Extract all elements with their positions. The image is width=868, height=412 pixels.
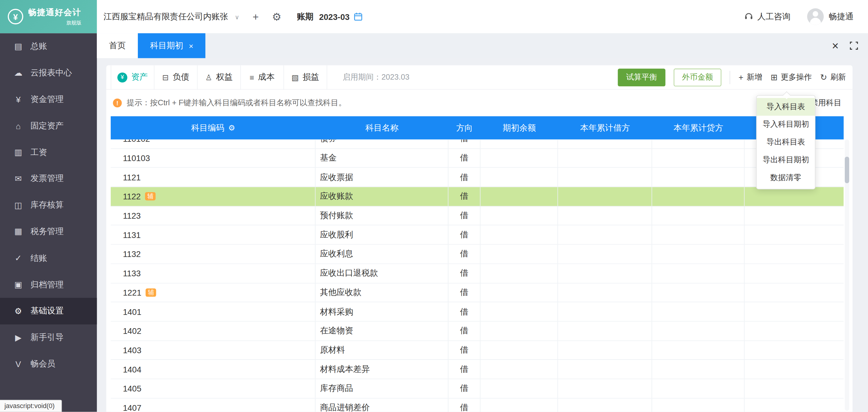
sidebar-item[interactable]: ▶ 新手引导 [0, 324, 97, 351]
table-row[interactable]: 1404 材料成本差异 借 [111, 360, 843, 379]
sidebar-item[interactable]: ◫ 库存核算 [0, 192, 97, 219]
sidebar-item[interactable]: ☁ 云报表中心 [0, 60, 97, 86]
direction-cell: 借 [448, 245, 480, 264]
opening-balance-cell [480, 206, 558, 225]
refresh-icon: ↻ [820, 73, 827, 82]
subject-name: 原材料 [315, 341, 448, 359]
table-row[interactable]: 1407 商品进销差价 借 [111, 399, 843, 412]
sidebar-item-label: 总账 [30, 41, 47, 52]
subject-code: 1221 [123, 288, 141, 297]
sidebar-item[interactable]: V 畅会员 [0, 351, 97, 377]
foreign-currency-button[interactable]: 外币金额 [674, 68, 721, 86]
category-label: 权益 [216, 72, 232, 83]
avatar[interactable] [807, 8, 824, 25]
subject-code: 1131 [123, 230, 141, 240]
ytd-credit-cell [652, 399, 745, 412]
opening-balance-cell [480, 264, 558, 283]
direction-cell: 借 [448, 168, 480, 187]
sidebar-item[interactable]: ▤ 总账 [0, 33, 97, 60]
category-tab[interactable]: ⊟ 负债 [154, 65, 197, 90]
tab-subject-initial[interactable]: 科目期初 × [138, 33, 206, 58]
subject-name: 应收账款 [315, 187, 448, 206]
direction-cell: 借 [448, 149, 480, 167]
scrollbar-thumb[interactable] [845, 157, 849, 183]
sidebar-item[interactable]: ▥ 工资 [0, 139, 97, 166]
company-selector[interactable]: 江西服宝精品有限责任公司内账张 ∨ [103, 11, 239, 22]
funds-icon: ¥ [13, 95, 23, 104]
ytd-credit-cell [652, 206, 745, 225]
trial-balance-button[interactable]: 试算平衡 [618, 68, 665, 86]
sidebar-item[interactable]: ⌂ 固定资产 [0, 113, 97, 139]
table-row[interactable]: 1221 辅 其他应收款 借 [111, 283, 843, 303]
table-row[interactable]: 1131 应收股利 借 [111, 226, 843, 245]
fixed-assets-icon: ⌂ [13, 121, 23, 131]
category-tab[interactable]: ▧ 损益 [284, 65, 327, 90]
tab-home[interactable]: 首页 [97, 33, 138, 58]
refresh-button[interactable]: ↻ 刷新 [820, 72, 846, 82]
ytd-debit-cell [558, 303, 652, 321]
sidebar-item[interactable]: ⚙ 基础设置 [0, 298, 97, 324]
opening-balance-cell [480, 341, 558, 359]
sidebar-item[interactable]: ▦ 税务管理 [0, 218, 97, 245]
dropdown-item[interactable]: 导出科目表 [757, 133, 815, 151]
direction-cell: 借 [448, 303, 480, 321]
add-account-set-button[interactable]: + [252, 11, 258, 22]
equity-icon: ♙ [205, 73, 212, 81]
close-all-tabs-icon[interactable]: × [832, 40, 839, 52]
table-row[interactable]: 1123 预付账款 借 [111, 206, 843, 226]
table-row[interactable]: 1133 应收出口退税款 借 [111, 264, 843, 283]
subject-code: 1132 [123, 249, 141, 259]
subject-code: 1122 [123, 192, 141, 201]
direction-cell: 借 [448, 360, 480, 379]
add-new-button[interactable]: + 新增 [739, 72, 762, 82]
category-tab[interactable]: ♙ 权益 [197, 65, 241, 90]
subject-name: 预付账款 [315, 206, 448, 225]
table-row[interactable]: 1402 在途物资 借 [111, 321, 843, 341]
table-row[interactable]: 1405 库存商品 借 [111, 379, 843, 399]
sidebar-item[interactable]: ¥ 资金管理 [0, 86, 97, 113]
ytd-credit-cell [652, 379, 745, 398]
period-selector[interactable]: 2023-03 [319, 12, 349, 21]
table-row[interactable]: 1132 应收利息 借 [111, 245, 843, 264]
settings-gear-icon[interactable]: ⚙ [272, 11, 281, 22]
support-link[interactable]: 人工咨询 [744, 11, 790, 22]
table-row[interactable]: 110102 债券 借 [111, 140, 843, 149]
ytd-debit-cell [558, 264, 652, 283]
dropdown-item[interactable]: 导出科目期初 [757, 151, 815, 169]
company-name: 江西服宝精品有限责任公司内账张 [103, 11, 228, 21]
subject-name: 应收股利 [315, 226, 448, 244]
sidebar-item[interactable]: ✉ 发票管理 [0, 166, 97, 192]
table-row[interactable]: 1403 原材料 借 [111, 341, 843, 360]
subject-code: 1123 [123, 211, 141, 220]
category-label: 成本 [258, 72, 275, 83]
dropdown-item[interactable]: 数据清零 [757, 169, 815, 187]
category-tab[interactable]: ¥ 资产 [111, 65, 154, 90]
sidebar-nav: ▤ 总账 ☁ 云报表中心 ¥ 资金管理 ⌂ 固定资产 [0, 33, 97, 377]
divider [730, 71, 730, 84]
category-tab[interactable]: ≡ 成本 [241, 65, 284, 90]
subject-code: 1404 [123, 365, 141, 374]
payroll-icon: ▥ [13, 147, 23, 157]
tab-close-icon[interactable]: × [189, 41, 193, 50]
filler-cell [745, 226, 844, 244]
user-name[interactable]: 畅捷通 [829, 11, 854, 22]
fullscreen-icon[interactable] [849, 42, 858, 50]
ytd-credit-cell [652, 187, 745, 206]
subject-code: 1405 [123, 384, 141, 393]
table-row[interactable]: 1401 材料采购 借 [111, 303, 843, 322]
sidebar-item[interactable]: ✓ 结账 [0, 245, 97, 272]
table-row[interactable]: 1121 应收票据 借 [111, 168, 843, 187]
subject-name: 应收票据 [315, 168, 448, 187]
table-row[interactable]: 1122 辅 应收账款 借 [111, 187, 843, 207]
subject-name: 应收出口退税款 [315, 264, 448, 283]
subject-code: 1401 [123, 307, 141, 316]
filler-cell [745, 321, 844, 340]
column-settings-icon[interactable]: ⚙ [228, 123, 235, 132]
dropdown-item[interactable]: 导入科目表 [757, 98, 815, 116]
more-actions-button[interactable]: ⊞ 更多操作 [771, 72, 812, 82]
calendar-icon[interactable] [354, 12, 363, 21]
sidebar-item[interactable]: ▣ 归档管理 [0, 272, 97, 298]
dropdown-item[interactable]: 导入科目期初 [757, 116, 815, 134]
table-row[interactable]: 110103 基金 借 [111, 149, 843, 168]
tab-actions: × [832, 33, 868, 58]
